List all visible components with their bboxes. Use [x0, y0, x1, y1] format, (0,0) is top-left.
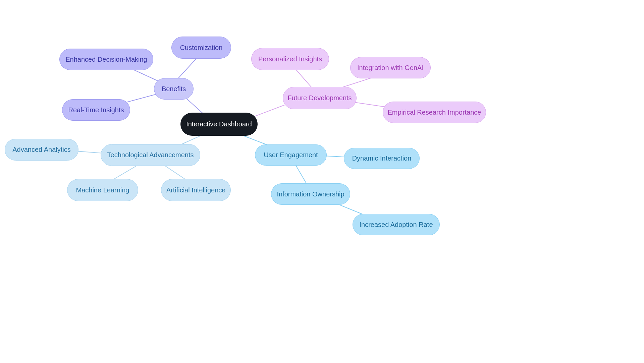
edge-engagement-ownership [295, 164, 307, 184]
edge-benefits-custom [178, 59, 196, 79]
leaf-ml[interactable]: Machine Learning [67, 179, 138, 201]
branch-benefits[interactable]: Benefits [154, 78, 194, 100]
branch-future-label: Future Developments [287, 94, 352, 102]
leaf-empirical[interactable]: Empirical Research Importance [383, 102, 486, 123]
leaf-ownership[interactable]: Information Ownership [271, 183, 350, 205]
leaf-ml-label: Machine Learning [76, 186, 129, 194]
branch-engagement[interactable]: User Engagement [255, 144, 327, 166]
leaf-adoption[interactable]: Increased Adoption Rate [353, 214, 440, 235]
leaf-enhanced-label: Enhanced Decision-Making [65, 56, 147, 63]
leaf-analytics-label: Advanced Analytics [12, 146, 70, 154]
branch-engagement-label: User Engagement [264, 151, 318, 159]
edge-tech-ml [111, 164, 139, 181]
leaf-empirical-label: Empirical Research Importance [388, 109, 481, 116]
center-label: Interactive Dashboard [186, 120, 252, 128]
leaf-personalized-label: Personalized Insights [258, 55, 322, 63]
branch-tech-label: Technological Advancements [107, 151, 194, 159]
leaf-genai-label: Integration with GenAI [357, 64, 424, 72]
leaf-ai[interactable]: Artificial Intelligence [161, 179, 231, 201]
branch-future[interactable]: Future Developments [283, 87, 357, 109]
leaf-ai-label: Artificial Intelligence [166, 186, 226, 194]
leaf-realtime[interactable]: Real-Time Insights [62, 99, 130, 121]
leaf-dynamic-label: Dynamic Interaction [352, 155, 412, 162]
leaf-custom[interactable]: Customization [171, 37, 231, 59]
branch-tech[interactable]: Technological Advancements [101, 144, 200, 166]
edge-future-personalized [295, 69, 312, 88]
leaf-dynamic[interactable]: Dynamic Interaction [344, 148, 420, 169]
leaf-analytics[interactable]: Advanced Analytics [5, 139, 78, 161]
leaf-custom-label: Customization [180, 44, 223, 52]
leaf-personalized[interactable]: Personalized Insights [251, 48, 329, 70]
leaf-realtime-label: Real-Time Insights [68, 106, 124, 114]
leaf-adoption-label: Increased Adoption Rate [359, 221, 433, 229]
branch-benefits-label: Benefits [162, 85, 186, 93]
leaf-ownership-label: Information Ownership [277, 190, 344, 198]
leaf-enhanced[interactable]: Enhanced Decision-Making [59, 49, 153, 70]
edge-tech-ai [163, 164, 188, 181]
leaf-genai[interactable]: Integration with GenAI [350, 57, 431, 78]
center-node[interactable]: Interactive Dashboard [180, 113, 258, 136]
